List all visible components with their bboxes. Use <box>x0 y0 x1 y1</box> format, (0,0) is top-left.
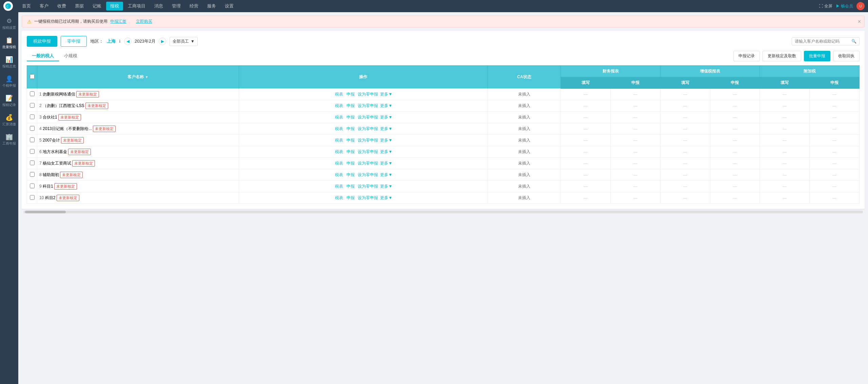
notice-text: 一键报税功能已过试用期，请购买后使用 <box>34 19 107 24</box>
nav-service[interactable]: 服务 <box>203 2 220 10</box>
search-icon[interactable]: 🔍 <box>851 39 856 44</box>
row-checkbox-3[interactable] <box>30 126 35 131</box>
sidebar-item-annual-settlement[interactable]: 💰 汇算清缴 <box>0 110 18 130</box>
nav-manage[interactable]: 管理 <box>168 2 185 10</box>
row-op1[interactable]: 税表 <box>335 126 343 131</box>
row-checkbox-5[interactable] <box>30 149 35 154</box>
row-op-cell: 税表 申报 设为零申报 更多▼ <box>239 158 488 169</box>
row-checkbox-cell <box>27 112 37 123</box>
nav-business[interactable]: 工商项目 <box>124 2 150 10</box>
nav-accounting[interactable]: 记账 <box>88 2 105 10</box>
row-op2[interactable]: 申报 <box>347 149 355 154</box>
notice-link-report[interactable]: 申报汇签 <box>110 19 126 24</box>
row-op3[interactable]: 设为零申报 <box>358 195 378 200</box>
notice-link-buy[interactable]: 立即购买 <box>136 19 152 24</box>
row-op3[interactable]: 设为零申报 <box>358 126 378 131</box>
nav-operation[interactable]: 经营 <box>185 2 202 10</box>
row-op4[interactable]: 更多▼ <box>380 126 392 131</box>
tab-tax-declare[interactable]: 税款申报 <box>27 36 57 47</box>
nav-fee[interactable]: 收费 <box>53 2 70 10</box>
personal-tax-icon: 👤 <box>5 75 13 83</box>
row-op3[interactable]: 设为零申报 <box>358 103 378 108</box>
info-icon[interactable]: ℹ <box>119 39 121 44</box>
row-checkbox-9[interactable] <box>30 195 35 200</box>
row-op2[interactable]: 申报 <box>347 126 355 131</box>
date-next-btn[interactable]: ▶ <box>159 38 166 45</box>
select-all-checkbox[interactable] <box>30 74 35 79</box>
row-op4[interactable]: 更多▼ <box>380 161 392 166</box>
row-op2[interactable]: 申报 <box>347 161 355 166</box>
row-op3[interactable]: 设为零申报 <box>358 138 378 143</box>
nav-message[interactable]: 消息 <box>150 2 167 10</box>
nav-customer[interactable]: 客户 <box>36 2 53 10</box>
row-op2[interactable]: 申报 <box>347 115 355 120</box>
row-op1[interactable]: 税表 <box>335 103 343 108</box>
nav-home[interactable]: 首页 <box>18 2 35 10</box>
row-op1[interactable]: 税表 <box>335 149 343 154</box>
row-op2[interactable]: 申报 <box>347 184 355 189</box>
row-checkbox-6[interactable] <box>30 161 35 165</box>
row-op2[interactable]: 申报 <box>347 138 355 143</box>
fullscreen-btn[interactable]: ⛶ 全屏 <box>819 3 832 9</box>
row-op1[interactable]: 税表 <box>335 161 343 166</box>
dept-dropdown-icon: ▼ <box>191 39 195 44</box>
search-input[interactable] <box>795 39 850 44</box>
sidebar-item-personal-tax[interactable]: 👤 个税申报 <box>0 72 18 91</box>
row-op1[interactable]: 税表 <box>335 184 343 189</box>
row-op3[interactable]: 设为零申报 <box>358 161 378 166</box>
sidebar-item-annual-report[interactable]: 🏢 工商年报 <box>0 130 18 149</box>
row-op1[interactable]: 税表 <box>335 195 343 200</box>
sidebar-item-tax-overview[interactable]: 📊 报税总览 <box>0 52 18 72</box>
row-op-cell: 税表 申报 设为零申报 更多▼ <box>239 135 488 146</box>
row-checkbox-8[interactable] <box>30 184 35 188</box>
row-op3[interactable]: 设为零申报 <box>358 115 378 120</box>
row-ca-cell: 未插入 <box>488 169 561 181</box>
row-op3[interactable]: 设为零申报 <box>358 172 378 177</box>
row-op4[interactable]: 更多▼ <box>380 195 392 200</box>
row-checkbox-2[interactable] <box>30 114 35 119</box>
row-f5: — <box>760 100 810 112</box>
row-op1[interactable]: 税表 <box>335 115 343 120</box>
row-op4[interactable]: 更多▼ <box>380 149 392 154</box>
update-confirm-btn[interactable]: 更新核定及取数 <box>763 51 801 61</box>
row-op2[interactable]: 申报 <box>347 92 355 97</box>
nav-invoice[interactable]: 票据 <box>71 2 88 10</box>
row-op2[interactable]: 申报 <box>347 103 355 108</box>
date-prev-btn[interactable]: ◀ <box>124 38 132 45</box>
tab-small-scale[interactable]: 小规模 <box>59 51 82 61</box>
nav-settings[interactable]: 设置 <box>221 2 238 10</box>
avatar[interactable]: U <box>856 2 865 10</box>
dept-select[interactable]: 全部员工 ▼ <box>170 37 198 46</box>
row-checkbox-1[interactable] <box>30 103 35 108</box>
row-checkbox-0[interactable] <box>30 91 35 96</box>
row-op1[interactable]: 税表 <box>335 138 343 143</box>
th-fin-fill: 填写 <box>561 77 611 89</box>
row-op4[interactable]: 更多▼ <box>380 92 392 97</box>
sidebar-item-tax-settings[interactable]: ⚙ 报税设置 <box>0 14 18 33</box>
notice-close-btn[interactable]: × <box>858 19 861 25</box>
row-op2[interactable]: 申报 <box>347 172 355 177</box>
row-op4[interactable]: 更多▼ <box>380 138 392 143</box>
sidebar-item-tax-records[interactable]: 📝 报税记录 <box>0 91 18 110</box>
sidebar-item-batch-tax[interactable]: 📋 批量报税 <box>0 33 18 52</box>
nav-tax[interactable]: 报税 <box>106 2 123 10</box>
member-btn[interactable]: ▶ 畅会员 <box>836 3 853 9</box>
row-checkbox-4[interactable] <box>30 137 35 142</box>
declare-record-btn[interactable]: 申报记录 <box>733 51 760 61</box>
tab-zero-declare[interactable]: 零申报 <box>61 36 87 47</box>
row-op3[interactable]: 设为零申报 <box>358 92 378 97</box>
row-op4[interactable]: 更多▼ <box>380 103 392 108</box>
row-op4[interactable]: 更多▼ <box>380 184 392 189</box>
tab-general-taxpayer[interactable]: 一般的税人 <box>27 51 59 61</box>
row-op4[interactable]: 更多▼ <box>380 115 392 120</box>
name-filter-icon[interactable]: ▼ <box>145 75 149 79</box>
batch-declare-btn[interactable]: 批量申报 <box>804 51 830 61</box>
row-op2[interactable]: 申报 <box>347 195 355 200</box>
row-op1[interactable]: 税表 <box>335 92 343 97</box>
collect-receipt-btn[interactable]: 收取回执 <box>833 51 860 61</box>
row-op1[interactable]: 税表 <box>335 172 343 177</box>
row-checkbox-7[interactable] <box>30 172 35 177</box>
row-op4[interactable]: 更多▼ <box>380 172 392 177</box>
row-op3[interactable]: 设为零申报 <box>358 149 378 154</box>
row-op3[interactable]: 设为零申报 <box>358 184 378 189</box>
